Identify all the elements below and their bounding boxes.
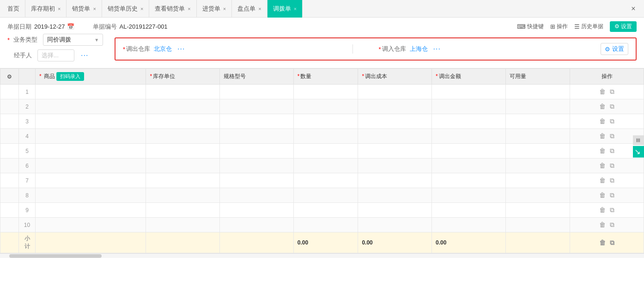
unit-cell[interactable] [146,173,220,188]
copy-row-icon[interactable]: ⧉ [610,221,614,228]
amount-cell[interactable] [432,173,506,188]
delete-row-icon[interactable]: 🗑 [599,162,606,169]
qty-cell[interactable] [293,129,358,144]
available-cell[interactable] [505,218,570,232]
business-type-select[interactable]: 同价调拨 ▼ [43,34,103,46]
delete-row-icon[interactable]: 🗑 [599,239,606,246]
spec-cell[interactable] [220,85,294,99]
side-export-button[interactable]: ↗ [633,146,644,158]
qty-cell[interactable] [293,218,358,232]
spec-cell[interactable] [220,114,294,129]
qty-cell[interactable] [293,144,358,159]
available-cell[interactable] [505,129,570,144]
qty-cell[interactable]: 0.00 [293,232,358,253]
horizontal-scrollbar[interactable] [0,253,644,258]
amount-cell[interactable] [432,114,506,129]
copy-row-icon[interactable]: ⧉ [610,206,614,214]
cost-cell[interactable] [358,129,432,144]
cost-cell[interactable] [358,99,432,114]
person-more-button[interactable]: ··· [81,51,88,60]
product-cell[interactable] [36,114,146,129]
operation-button[interactable]: ⊞ 操作 [550,23,568,31]
delete-row-icon[interactable]: 🗑 [599,103,606,110]
qty-cell[interactable] [293,85,358,99]
close-inventory-count[interactable]: × [258,6,261,12]
product-cell[interactable] [36,203,146,218]
history-button[interactable]: ☰ 历史单据 [574,23,603,31]
available-cell[interactable] [505,144,570,159]
spec-cell[interactable] [220,159,294,173]
available-cell[interactable] [505,173,570,188]
unit-cell[interactable] [146,114,220,129]
unit-cell[interactable] [146,159,220,173]
available-cell[interactable] [505,188,570,203]
amount-cell[interactable] [432,159,506,173]
tab-home[interactable]: 首页 [2,0,25,18]
product-cell[interactable] [36,218,146,232]
tab-inventory-count[interactable]: 盘点单 × [232,0,267,18]
product-cell[interactable] [36,85,146,99]
unit-cell[interactable] [146,188,220,203]
amount-cell[interactable] [432,188,506,203]
delete-row-icon[interactable]: 🗑 [599,147,606,154]
warehouse-in-more-button[interactable]: ··· [433,45,441,53]
unit-cell[interactable] [146,203,220,218]
close-sales-order[interactable]: × [93,6,96,12]
close-inventory-init[interactable]: × [58,6,61,12]
copy-row-icon[interactable]: ⧉ [610,88,614,95]
amount-cell[interactable] [432,144,506,159]
copy-row-icon[interactable]: ⧉ [610,162,614,169]
spec-cell[interactable] [220,218,294,232]
close-view-sales[interactable]: × [188,6,190,12]
cost-cell[interactable] [358,173,432,188]
cost-cell[interactable]: 0.00 [358,232,432,253]
qty-cell[interactable] [293,159,358,173]
cost-cell[interactable] [358,218,432,232]
delete-row-icon[interactable]: 🗑 [599,191,606,199]
scroll-thumb[interactable] [9,254,102,258]
spec-cell[interactable] [220,144,294,159]
spec-cell[interactable] [220,203,294,218]
close-transfer-order[interactable]: × [294,6,297,12]
amount-cell[interactable] [432,203,506,218]
product-cell[interactable] [36,232,146,253]
copy-row-icon[interactable]: ⧉ [610,103,614,110]
col-gear-header[interactable]: ⚙ [0,69,19,85]
copy-row-icon[interactable]: ⧉ [610,191,614,199]
spec-cell[interactable] [220,188,294,203]
copy-row-icon[interactable]: ⧉ [610,117,614,125]
product-cell[interactable] [36,129,146,144]
product-cell[interactable] [36,173,146,188]
cost-cell[interactable] [358,188,432,203]
amount-cell[interactable] [432,99,506,114]
product-cell[interactable] [36,188,146,203]
delete-row-icon[interactable]: 🗑 [599,117,606,125]
warehouse-out-more-button[interactable]: ··· [177,45,185,53]
unit-cell[interactable] [146,232,220,253]
cost-cell[interactable] [358,85,432,99]
spec-cell[interactable] [220,129,294,144]
tab-sales-history[interactable]: 销货单历史 × [102,0,149,18]
available-cell[interactable] [505,232,570,253]
cost-cell[interactable] [358,114,432,129]
shortcut-button[interactable]: ⌨ 快捷键 [517,23,544,31]
scan-input-button[interactable]: 扫码录入 [56,72,84,81]
close-sales-history[interactable]: × [140,6,143,12]
spec-cell[interactable] [220,99,294,114]
delete-row-icon[interactable]: 🗑 [599,88,606,95]
copy-row-icon[interactable]: ⧉ [610,177,614,184]
tab-transfer-order[interactable]: 调拨单 × [267,0,303,18]
copy-row-icon[interactable]: ⧉ [610,147,614,154]
copy-row-icon[interactable]: ⧉ [610,132,614,140]
copy-row-icon[interactable]: ⧉ [610,239,614,246]
unit-cell[interactable] [146,129,220,144]
person-select[interactable]: 选择... [37,49,74,61]
settings-button[interactable]: ⚙ 设置 [610,21,637,32]
spec-cell[interactable] [220,232,294,253]
tab-inventory-init[interactable]: 库存期初 × [25,0,67,18]
available-cell[interactable] [505,85,570,99]
available-cell[interactable] [505,99,570,114]
column-settings-button[interactable]: ⚙ 设置 [601,43,628,55]
unit-cell[interactable] [146,85,220,99]
available-cell[interactable] [505,159,570,173]
